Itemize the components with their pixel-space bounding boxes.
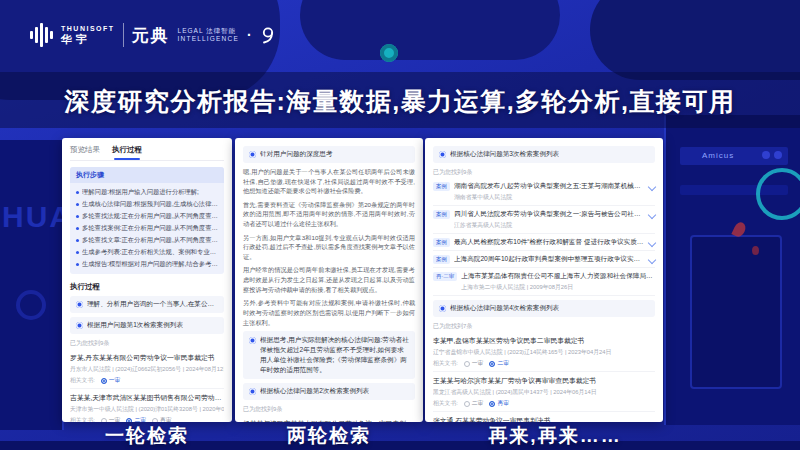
doc-options: 一审 (101, 376, 121, 385)
panel-round1: 预览结果执行过程 执行步骤 理解问题:根据用户输入问题进行分析理解;生成核心法律… (62, 138, 232, 422)
tab-active[interactable]: 执行过程 (112, 145, 142, 155)
slide-title: 深度研究分析报告:海量数据,暴力运算,多轮分析,直接可用 (0, 85, 800, 118)
tab-inactive[interactable]: 预览结果 (70, 145, 100, 155)
tagged-case-sub: 江苏省某高级人民法院 (454, 221, 645, 230)
case-title[interactable]: 罗某,丹东某某有限公司劳动争议一审民事裁定书 (70, 353, 224, 363)
step-item: 生成核心法律问题:根据预判问题,生成核心法律问题; (70, 198, 224, 210)
radio-icon (464, 401, 470, 407)
step-text: 多轮查找法规:正在分析用户问题,从不同角度查找法规; (82, 212, 218, 221)
tagged-case-title[interactable]: 四川省人民法院发布劳动争议典型案例之一:原告与被告公司社会保险纠纷案——认定社会… (454, 210, 645, 219)
step-text: 多轮查找文章:正在分析用户问题,从不同角度查找专业文章; (82, 236, 218, 245)
process-log-text: 根据核心法律问题第2次检索案例列表 (260, 387, 369, 396)
red-decor (752, 246, 759, 255)
result-count: 已为您找到9条 (433, 168, 655, 177)
left-rows: 理解、分析用户咨询的一个当事人,在某公司2年期间公司没给缴上社保,可能也涉及劳动… (70, 296, 224, 422)
doc-radio[interactable]: 一审 (101, 416, 121, 422)
doc-label: 再审 (160, 416, 172, 422)
tagline-line1: LEGAL 法律智能 (178, 27, 239, 35)
doc-radio-selected[interactable]: 二审 (489, 359, 509, 368)
result-count: 已为您找到9条 (70, 339, 224, 348)
process-log-text: 针对用户问题的深度思考 (260, 150, 333, 159)
tagged-case-title[interactable]: 湖南省高院发布八起劳动争议典型案例之五:王某与湖南某机械设备有限公司工伤保险待遇… (454, 182, 645, 191)
bullet-icon (249, 388, 256, 395)
tagged-case-title[interactable]: 上海市某某晶体有限责任公司不服上海市人力资源和社会保障局等劳动和社会保障行政确认… (461, 272, 655, 281)
bullet-icon (76, 322, 83, 329)
caption-round2: 两轮检索 (235, 423, 423, 449)
bullet-icon (76, 301, 83, 308)
case-title[interactable]: 杨某某与诸暨市某某水泥有限公司劳动争议一审民事判决书 (243, 419, 415, 422)
case-row[interactable]: 杨某某与诸暨市某某水泥有限公司劳动争议一审民事判决书 诸暨市人民法院 | (20… (243, 415, 415, 422)
doc-radio-selected[interactable]: 二审 (126, 416, 146, 422)
brand-en: THUNISOFT (61, 25, 115, 33)
cloud-shape (590, 0, 800, 80)
product-name: 元典 (132, 24, 170, 47)
radio-icon (101, 418, 107, 423)
tab-bar: 预览结果执行过程 (70, 142, 224, 161)
case-row[interactable]: 张文通,石某某劳动争议一审民事判决书 某某市人民法院 | (2020)冀0185… (433, 412, 655, 422)
tagged-case-main: 上海高院20周年10起行政审判典型案例中整理五项行政争议实质解决典型案例之六:郭… (454, 255, 645, 264)
process-log-row: 根据核心法律问题第2次检索案例列表 (243, 383, 415, 400)
case-row[interactable]: 吉某某,天津市武清区某某图书销售有限公司劳动争议二审民事判决书 天津市第一中级人… (70, 389, 224, 422)
tagged-case-row[interactable]: 再·二审 上海市某某晶体有限责任公司不服上海市人力资源和社会保障局等劳动和社会保… (433, 268, 655, 296)
step-item: 理解问题:根据用户输入问题进行分析理解; (70, 186, 224, 198)
tagged-case-row[interactable]: 案例 四川省人民法院发布劳动争议典型案例之一:原告与被告公司社会保险纠纷案——认… (433, 206, 655, 234)
case-title[interactable]: 吉某某,天津市武清区某某图书销售有限公司劳动争议二审民事判决书 (70, 393, 224, 403)
machine-knob (774, 151, 782, 159)
analysis-paragraph: 首先,需要资料查证《劳动保障监察条例》第20条规定的两年时效的适用范围,即不适用… (243, 200, 415, 229)
tagged-case-main: 四川省人民法院发布劳动争议典型案例之一:原告与被告公司社会保险纠纷案——认定社会… (454, 210, 645, 230)
cloud-shape (300, 0, 560, 60)
chevron-down-icon[interactable] (648, 256, 656, 264)
case-row[interactable]: 李某甲,盘锦市某某区劳动争议民事二审民事裁定书 辽宁省盘锦市中级人民法院 | (… (433, 332, 655, 372)
case-row[interactable]: 王某某与哈尔滨市某某厂劳动争议再审审查民事裁定书 黑龙江省高级人民法院 | (2… (433, 372, 655, 412)
process-log-row: 根据核心法律问题第3次检索案例列表 (433, 146, 655, 163)
related-docs: 相关文书: 一审二审 (433, 359, 655, 368)
bullet-icon (249, 337, 256, 344)
tagged-case-main: 最高人民检察院发布10件“检察行政和解监督 促进行政争议实质性化解”典型案例之九… (454, 238, 645, 247)
step-item: 多轮查找法规:正在分析用户问题,从不同角度查找法规; (70, 210, 224, 222)
section-title: 执行过程 (70, 282, 224, 292)
related-docs: 相关文书: 一审二审再审 (70, 416, 224, 422)
case-title[interactable]: 李某甲,盘锦市某某区劳动争议民事二审民事裁定书 (433, 336, 655, 346)
step-dot-icon (76, 263, 79, 266)
caption-round1: 一轮检索 (62, 423, 232, 449)
related-docs: 相关文书: 二审再审 (433, 399, 655, 408)
process-log-row: 根据用户问题第1次检索案例列表 (70, 317, 224, 334)
analysis-paragraph: 另一方面,如用户文章3和10提到,专业观点认为两年时效仅适用行政处罚,超过后不予… (243, 233, 415, 262)
chevron-down-icon[interactable] (648, 183, 656, 191)
tagged-case-row[interactable]: 案例 最高人民检察院发布10件“检察行政和解监督 促进行政争议实质性化解”典型案… (433, 234, 655, 251)
doc-radio-selected[interactable]: 一审 (101, 376, 121, 385)
chevron-down-icon[interactable] (648, 239, 656, 247)
step-dot-icon (76, 227, 79, 230)
tagged-case-row[interactable]: 案例 上海高院20周年10起行政审判典型案例中整理五项行政争议实质解决典型案例之… (433, 251, 655, 268)
tagged-case-title[interactable]: 最高人民检察院发布10件“检察行政和解监督 促进行政争议实质性化解”典型案例之九… (454, 238, 645, 247)
step-dot-icon (76, 215, 79, 218)
step-text: 生成报告:模型根据对用户问题的理解,结合参考资料生成深度研究分析报告。 (82, 260, 218, 269)
process-log-text: 根据核心法律问题第4次检索案例列表 (450, 304, 559, 313)
process-log-text: 根据思考,用户实际想解决的核心法律问题:劳动者社保被拖欠超过2年且劳动监察不予受… (260, 335, 409, 375)
related-docs-label: 相关文书: (433, 359, 458, 368)
tagged-case-sub: 湖南省某中级人民法院 (454, 193, 645, 202)
case-title[interactable]: 张文通,石某某劳动争议一审民事判决书 (433, 416, 655, 422)
case-meta: 辽宁省盘锦市中级人民法院 | (2023)辽14民终165号 | 2023年04… (433, 348, 655, 357)
process-log-text: 根据用户问题第1次检索案例列表 (87, 321, 183, 330)
doc-radio-selected[interactable]: 再审 (489, 399, 509, 408)
logo-divider (123, 23, 124, 47)
radio-icon (101, 378, 107, 384)
tagged-case-sub: 上海市第二中级人民法院 | 2009年08月26日 (461, 283, 655, 292)
doc-radio[interactable]: 再审 (152, 416, 172, 422)
bullet-icon (249, 151, 256, 158)
doc-label: 再审 (497, 399, 509, 408)
doc-label: 一审 (109, 416, 121, 422)
doc-radio[interactable]: 二审 (464, 399, 484, 408)
case-title[interactable]: 王某某与哈尔滨市某某厂劳动争议再审审查民事裁定书 (433, 376, 655, 386)
radio-icon (464, 361, 470, 367)
panel-round2: 针对用户问题的深度思考 嗯,用户的问题是关于一个当事人在某公司任职两年后公司未缴… (235, 138, 423, 422)
doc-radio[interactable]: 一审 (464, 359, 484, 368)
tagged-case-row[interactable]: 案例 湖南省高院发布八起劳动争议典型案例之五:王某与湖南某机械设备有限公司工伤保… (433, 178, 655, 206)
tagged-case-title[interactable]: 上海高院20周年10起行政审判典型案例中整理五项行政争议实质解决典型案例之六:郭… (454, 255, 645, 264)
case-row[interactable]: 罗某,丹东某某有限公司劳动争议一审民事裁定书 丹东市人民法院 | (2024)辽… (70, 349, 224, 389)
step-text: 理解问题:根据用户输入问题进行分析理解; (82, 188, 199, 197)
chevron-down-icon[interactable] (648, 211, 656, 219)
thunisoft-bars-icon (30, 22, 53, 48)
case-type-tag: 再·二审 (433, 272, 457, 281)
